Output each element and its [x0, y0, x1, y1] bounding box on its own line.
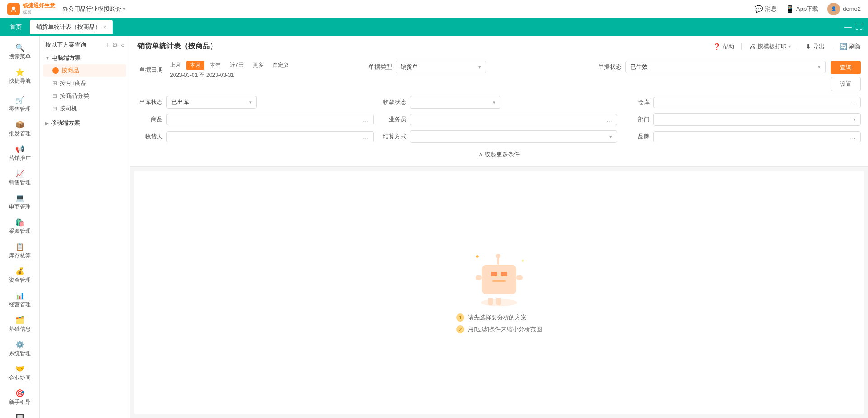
- brand-input[interactable]: …: [653, 131, 861, 142]
- scheme-group-desktop-header[interactable]: ▼ 电脑端方案: [43, 52, 126, 64]
- sidebar-item-wholesale[interactable]: 📦 批发管理: [0, 117, 39, 141]
- sidebar-item-enterprise[interactable]: 🤝 企业协同: [0, 361, 39, 385]
- user-area[interactable]: 👤 demo2: [827, 3, 861, 15]
- bill-status-select[interactable]: 已生效 ▾: [625, 61, 826, 73]
- date-tab-more[interactable]: 更多: [249, 61, 267, 70]
- industry-selector[interactable]: 办公用品行业模拟账套 ▾: [62, 5, 126, 13]
- collapse-more-btn[interactable]: ∧ 收起更多条件: [137, 147, 861, 161]
- bill-type-select[interactable]: 销货单 ▾: [396, 61, 486, 73]
- app-logo: [7, 3, 20, 15]
- help-icon: ❓: [713, 43, 721, 50]
- warehouse-input[interactable]: …: [653, 97, 861, 108]
- template-print-btn[interactable]: 🖨 按模板打印 ▾: [749, 43, 791, 51]
- left-panel-actions: + ⚙ «: [106, 41, 124, 48]
- export-btn[interactable]: ⬇ 导出: [806, 43, 825, 51]
- salesman-dots: …: [606, 116, 612, 123]
- add-scheme-btn[interactable]: +: [106, 41, 109, 48]
- date-tab-thisyear[interactable]: 本年: [206, 61, 224, 70]
- app-download-label: App下载: [796, 5, 818, 13]
- scheme-group-desktop: ▼ 电脑端方案 按商品 ⊞ 按月+商品 ⊟ 按商品分类: [43, 52, 126, 115]
- collapse-panel-btn[interactable]: «: [121, 41, 124, 48]
- scheme-item-by-month-product[interactable]: ⊞ 按月+商品: [43, 77, 126, 90]
- settlement-select[interactable]: ▾: [410, 130, 618, 143]
- message-action[interactable]: 💬 消息: [755, 5, 777, 13]
- sidebar-item-ecom[interactable]: 💻 电商管理: [0, 190, 39, 214]
- filter-row-3: 商品 … 业务员 … 部门: [137, 113, 861, 126]
- query-button[interactable]: 查询: [831, 61, 861, 74]
- tab-close-icon[interactable]: ×: [104, 24, 106, 30]
- collect-status-select[interactable]: ▾: [410, 96, 500, 109]
- out-status-select[interactable]: 已出库 ▾: [166, 96, 257, 109]
- minimize-btn[interactable]: —: [844, 23, 852, 31]
- sidebar-item-basic[interactable]: 🗂️ 基础信息: [0, 312, 39, 337]
- date-tab-custom[interactable]: 自定义: [269, 61, 292, 70]
- refresh-btn[interactable]: 🔄 刷新: [840, 43, 861, 51]
- ecom-icon: 💻: [15, 194, 24, 202]
- product-input[interactable]: …: [166, 114, 374, 125]
- empty-steps: 1 请先选择要分析的方案 2 用[过滤]条件来缩小分析范围: [456, 314, 542, 333]
- sidebar-item-finance[interactable]: 💰 资金管理: [0, 263, 39, 288]
- empty-step-1: 1 请先选择要分析的方案: [456, 314, 542, 322]
- filter-row-1: 单据日期 上月 本月 本年 近7天 更多 自定义 2023-03-01 至 20…: [137, 61, 861, 91]
- scheme-item-by-category[interactable]: ⊟ 按商品分类: [43, 90, 126, 102]
- quicknav-icon: ⭐: [15, 68, 24, 76]
- scheme-section: ▼ 电脑端方案 按商品 ⊞ 按月+商品 ⊟ 按商品分类: [40, 52, 130, 129]
- warehouse-label: 仓库: [624, 98, 650, 106]
- settlement-label: 结算方式: [381, 133, 406, 141]
- robot-arm-right: [516, 276, 523, 280]
- page-header: 销货单统计表（按商品） ❓ 帮助 🖨 按模板打印 ▾ ⬇: [130, 36, 868, 55]
- marketing-icon: 📢: [15, 145, 24, 153]
- consignee-filter-group: 收货人 …: [137, 131, 374, 142]
- sidebar-item-search[interactable]: 🔍 搜索菜单: [0, 40, 39, 64]
- empty-step-1-text: 请先选择要分析的方案: [468, 314, 527, 322]
- consignee-input[interactable]: …: [166, 131, 374, 142]
- help-btn[interactable]: ❓ 帮助: [713, 43, 734, 51]
- out-status-filter-group: 出库状态 已出库 ▾: [137, 96, 374, 109]
- sidebar-item-quicknav[interactable]: ⭐ 快捷导航: [0, 64, 39, 89]
- scheme-group-mobile-header[interactable]: ▶ 移动端方案: [43, 117, 126, 129]
- sidebar: 🔍 搜索菜单 ⭐ 快捷导航 🛒 零售管理 📦 批发管理 📢 营销推广 📈 销售管…: [0, 36, 40, 418]
- consignee-label: 收货人: [137, 133, 163, 141]
- settlement-arrow: ▾: [609, 134, 612, 140]
- sidebar-item-marketing[interactable]: 📢 营销推广: [0, 141, 39, 166]
- sidebar-item-operation[interactable]: 📊 经营管理: [0, 288, 39, 312]
- setting-button[interactable]: 设置: [831, 77, 861, 91]
- brand-label: 品牌: [624, 133, 650, 141]
- left-panel-header: 按以下方案查询 + ⚙ «: [40, 36, 130, 52]
- scheme-item-by-product[interactable]: 按商品: [43, 64, 126, 77]
- tab-home[interactable]: 首页: [4, 20, 28, 34]
- by-driver-label: 按司机: [60, 104, 77, 113]
- sparkle-2: ✧: [521, 258, 524, 263]
- consignee-dots: …: [363, 133, 369, 140]
- sidebar-item-system[interactable]: ⚙️ 系统管理: [0, 337, 39, 361]
- out-status-value: 已出库: [171, 98, 189, 106]
- collect-status-value: [415, 98, 421, 106]
- sidebar-item-guide[interactable]: 🎯 新手引导: [0, 385, 39, 410]
- content-area: 按以下方案查询 + ⚙ « ▼ 电脑端方案 按商品: [40, 36, 868, 418]
- scheme-settings-btn[interactable]: ⚙: [112, 41, 118, 48]
- maximize-btn[interactable]: ⛶: [855, 23, 863, 31]
- sidebar-item-retail[interactable]: 🛒 零售管理: [0, 92, 39, 117]
- tab-active[interactable]: 销货单统计表（按商品） ×: [30, 20, 113, 34]
- app-download-action[interactable]: 📱 App下载: [786, 5, 818, 13]
- salesman-input[interactable]: …: [410, 114, 618, 125]
- warehouse-filter-group: 仓库 …: [624, 97, 861, 108]
- bill-type-label: 单据类型: [367, 63, 392, 71]
- sidebar-item-appcenter[interactable]: 🔲 应用中心: [0, 410, 39, 418]
- sparkle-1: ✦: [475, 253, 480, 260]
- date-tab-thismonth[interactable]: 本月: [186, 61, 204, 70]
- collect-status-filter-group: 收款状态 ▾: [381, 96, 618, 109]
- date-tab-7days[interactable]: 近7天: [226, 61, 247, 70]
- sidebar-item-sales[interactable]: 📈 销售管理: [0, 166, 39, 190]
- date-range-value: 2023-03-01 至 2023-03-31: [170, 71, 292, 79]
- date-tab-lastmonth[interactable]: 上月: [166, 61, 184, 70]
- sidebar-item-purchase[interactable]: 🛍️ 采购管理: [0, 214, 39, 239]
- step-num-2: 2: [456, 325, 464, 333]
- download-icon: 📱: [786, 5, 794, 13]
- department-select[interactable]: ▾: [653, 113, 861, 126]
- page-header-actions: ❓ 帮助 🖨 按模板打印 ▾ ⬇ 导出: [713, 43, 861, 51]
- scheme-item-by-driver[interactable]: ⊟ 按司机: [43, 102, 126, 115]
- sidebar-item-inventory[interactable]: 📋 库存核算: [0, 239, 39, 263]
- date-filter-label: 单据日期: [137, 66, 163, 74]
- enterprise-icon: 🤝: [15, 365, 24, 373]
